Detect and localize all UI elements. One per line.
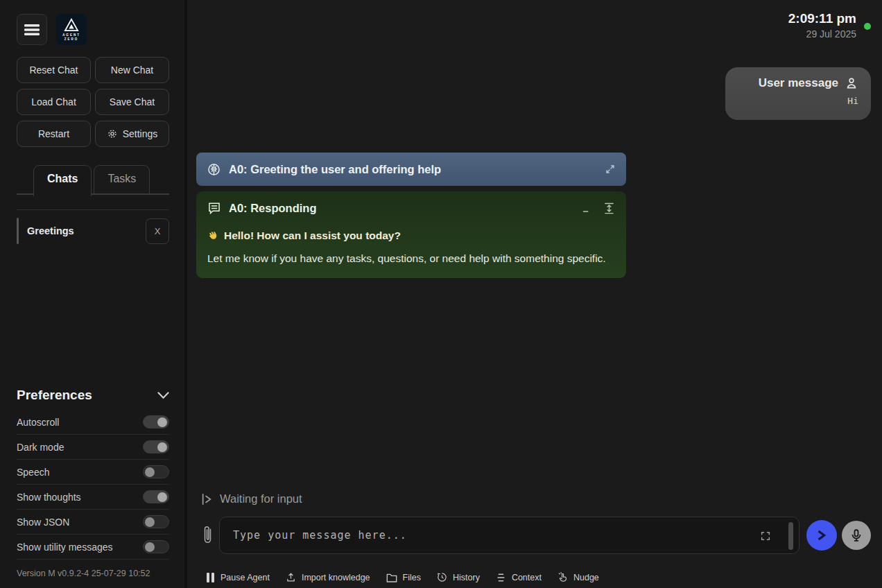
pause-agent-button[interactable]: Pause Agent	[207, 572, 270, 582]
pref-label: Autoscroll	[17, 417, 59, 428]
status-bar: Waiting for input	[201, 492, 302, 505]
pref-row-dark-mode: Dark mode	[17, 435, 169, 460]
input-scrollbar[interactable]	[788, 522, 793, 550]
folder-icon	[386, 573, 397, 582]
brain-icon	[207, 162, 221, 177]
composer	[190, 517, 882, 554]
upload-icon	[286, 572, 296, 582]
toolbar-label: Import knowledge	[302, 573, 370, 582]
sidebar-tabs: Chats Tasks	[17, 165, 169, 195]
dark-mode-toggle[interactable]	[143, 440, 169, 453]
pref-label: Dark mode	[17, 442, 64, 453]
person-icon	[845, 76, 858, 90]
toggle-knob	[157, 442, 167, 452]
pref-label: Show JSON	[17, 517, 69, 528]
reset-chat-button[interactable]: Reset Chat	[17, 57, 91, 83]
chat-panel: 2:09:11 pm 29 Jul 2025 User message Hi	[190, 0, 882, 588]
nudge-hand-icon	[557, 572, 568, 582]
expand-diagonal-icon[interactable]	[605, 164, 616, 175]
fullscreen-icon[interactable]	[760, 530, 771, 542]
pref-row-show-thoughts: Show thoughts	[17, 485, 169, 510]
speech-toggle[interactable]	[143, 465, 169, 478]
import-knowledge-button[interactable]: Import knowledge	[286, 572, 370, 582]
toolbar-label: Files	[403, 573, 421, 582]
pref-row-speech: Speech	[17, 460, 169, 485]
clock: 2:09:11 pm 29 Jul 2025	[788, 11, 871, 40]
agent-heading-title: A0: Greeting the user and offering help	[229, 163, 597, 176]
logo-row: AGENT ZERO	[17, 14, 169, 45]
unfold-vertical-icon[interactable]	[603, 202, 615, 215]
pause-icon	[207, 573, 215, 582]
sidebar-bottom: Preferences Autoscroll Dark mode Speech …	[17, 388, 169, 578]
restart-button[interactable]: Restart	[17, 121, 91, 147]
save-chat-button[interactable]: Save Chat	[95, 89, 169, 115]
user-message-bubble: User message Hi	[725, 67, 871, 120]
gear-icon	[107, 128, 118, 139]
files-button[interactable]: Files	[386, 572, 421, 582]
menu-button[interactable]	[17, 14, 47, 45]
status-text: Waiting for input	[220, 492, 302, 505]
pref-label: Speech	[17, 467, 49, 478]
pref-label: Show utility messages	[17, 542, 113, 553]
chat-list-item[interactable]: Greetings X	[17, 212, 169, 250]
triangle-logo-icon	[64, 18, 79, 32]
clock-time: 2:09:11 pm	[788, 11, 856, 26]
tab-tasks[interactable]: Tasks	[94, 165, 150, 193]
context-lines-icon	[496, 573, 506, 582]
toolbar-label: Nudge	[573, 573, 599, 582]
settings-button[interactable]: Settings	[95, 121, 169, 147]
send-arrow-icon	[814, 528, 829, 543]
tab-chats[interactable]: Chats	[33, 165, 92, 196]
chevron-down-icon	[157, 392, 169, 399]
agent-zero-logo[interactable]: AGENT ZERO	[56, 14, 87, 45]
waiting-input-icon	[201, 493, 212, 505]
chat-item-accent-bar	[17, 218, 19, 244]
pref-row-autoscroll: Autoscroll	[17, 410, 169, 435]
chat-list-divider	[17, 209, 169, 210]
microphone-button[interactable]	[842, 521, 871, 550]
clock-date: 29 Jul 2025	[788, 28, 856, 40]
toggle-knob	[157, 417, 167, 427]
send-button[interactable]	[806, 520, 837, 551]
bottom-toolbar: Pause Agent Import knowledge Files Histo…	[207, 572, 599, 582]
sidebar-buttons: Reset Chat New Chat Load Chat Save Chat …	[17, 57, 169, 147]
preferences-header[interactable]: Preferences	[17, 388, 169, 403]
agent-response-body: Let me know if you have any tasks, quest…	[207, 252, 615, 265]
preferences-title: Preferences	[17, 388, 92, 403]
user-message-text: Hi	[738, 96, 858, 106]
message-input-box	[219, 517, 799, 554]
toolbar-label: History	[453, 573, 480, 582]
autoscroll-toggle[interactable]	[143, 415, 169, 429]
pref-row-show-utility: Show utility messages	[17, 535, 169, 560]
logo-text: AGENT ZERO	[62, 33, 80, 41]
nudge-button[interactable]: Nudge	[557, 572, 599, 582]
paperclip-icon[interactable]	[201, 524, 214, 546]
message-input[interactable]	[220, 517, 799, 553]
agent-heading-bar: A0: Greeting the user and offering help	[196, 153, 626, 186]
microphone-icon	[849, 528, 864, 543]
toolbar-label: Context	[512, 573, 542, 582]
hamburger-icon	[24, 24, 40, 35]
show-json-toggle[interactable]	[143, 515, 169, 528]
load-chat-button[interactable]: Load Chat	[17, 89, 91, 115]
new-chat-button[interactable]: New Chat	[95, 57, 169, 83]
toggle-knob	[145, 542, 155, 552]
agent-response-greeting: Hello! How can I assist you today?	[224, 230, 401, 242]
history-clock-icon	[437, 572, 447, 582]
wave-hand-icon	[207, 230, 219, 242]
minimize-icon[interactable]	[582, 203, 592, 214]
toggle-knob	[157, 492, 167, 502]
chat-item-close-button[interactable]: X	[146, 218, 169, 244]
history-button[interactable]: History	[437, 572, 480, 582]
toolbar-label: Pause Agent	[220, 573, 270, 582]
version-text: Version M v0.9.2-4 25-07-29 10:52	[17, 560, 169, 578]
chat-item-name: Greetings	[27, 225, 74, 236]
show-thoughts-toggle[interactable]	[143, 490, 169, 503]
sidebar: AGENT ZERO Reset Chat New Chat Load Chat…	[0, 0, 187, 588]
context-button[interactable]: Context	[496, 572, 542, 582]
pref-row-show-json: Show JSON	[17, 510, 169, 535]
agent-response-title: A0: Responding	[229, 202, 574, 215]
agent-response-box: A0: Responding	[196, 191, 626, 278]
show-utility-toggle[interactable]	[143, 540, 169, 553]
sidebar-top: AGENT ZERO Reset Chat New Chat Load Chat…	[17, 14, 169, 250]
